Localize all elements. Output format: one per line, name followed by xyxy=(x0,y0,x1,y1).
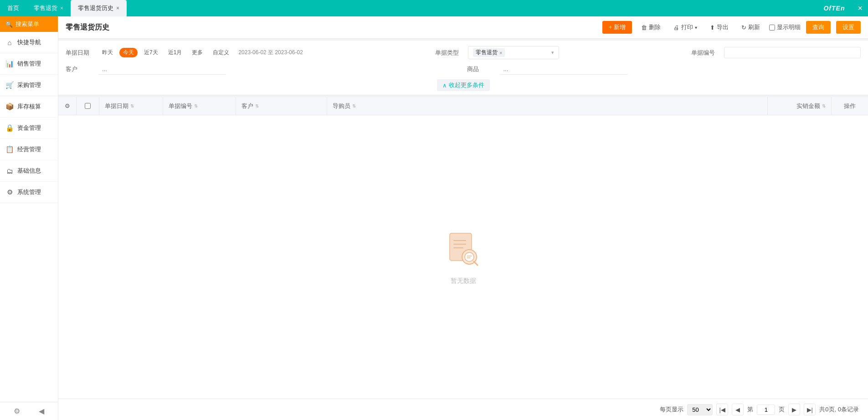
th-voucher[interactable]: 单据编号 ⇅ xyxy=(163,97,236,115)
page-title: 零售退货历史 xyxy=(66,23,109,32)
date-shortcuts: 昨天 今天 近7天 近1月 更多 自定义 2023-06-02 至 2023-0… xyxy=(98,48,303,57)
settings-config-label: 设置 xyxy=(842,23,854,31)
sidebar-item-inventory-label: 库存核算 xyxy=(17,102,41,111)
sidebar-item-basic-info[interactable]: 🗂 基础信息 xyxy=(0,160,58,182)
customer-input[interactable] xyxy=(98,64,226,75)
tab-retail-return-history[interactable]: 零售退货历史 × xyxy=(71,0,127,16)
export-button-label: 导出 xyxy=(717,23,729,31)
empty-text: 暂无数据 xyxy=(451,277,476,285)
th-date[interactable]: 单据日期 ⇅ xyxy=(99,97,163,115)
total-info: 共0页, 0条记录 xyxy=(819,405,859,414)
refresh-button[interactable]: ↻ 刷新 xyxy=(738,21,764,33)
settings-config-button[interactable]: 设置 xyxy=(836,21,861,34)
main-layout: 🔍 搜索菜单 ⌂ 快捷导航 📊 销售管理 🛒 采购管理 📦 库存核算 🔒 xyxy=(0,16,868,420)
first-page-button[interactable]: |◀ xyxy=(716,404,728,415)
voucher-type-tag-close[interactable]: × xyxy=(499,50,502,56)
th-customer-label: 客户 xyxy=(241,102,253,110)
voucher-type-tag-label: 零售退货 xyxy=(476,49,498,56)
select-all-checkbox[interactable] xyxy=(85,103,91,109)
th-date-label: 单据日期 xyxy=(105,102,128,110)
page-size-label: 每页显示 xyxy=(660,405,683,414)
delete-button-label: 删除 xyxy=(649,23,661,31)
sidebar-item-system[interactable]: ⚙ 系统管理 xyxy=(0,182,58,203)
date-btn-7days[interactable]: 近7天 xyxy=(140,48,162,57)
date-btn-custom[interactable]: 自定义 xyxy=(209,48,233,57)
th-customer[interactable]: 客户 ⇅ xyxy=(236,97,327,115)
date-btn-1month[interactable]: 近1月 xyxy=(164,48,186,57)
tab-retail-return-close[interactable]: × xyxy=(60,5,63,11)
svg-line-7 xyxy=(474,261,478,265)
sidebar-item-quick-nav[interactable]: ⌂ 快捷导航 xyxy=(0,32,58,53)
sidebar-item-finance[interactable]: 🔒 资金管理 xyxy=(0,118,58,139)
goods-label: 商品 xyxy=(467,65,493,73)
display-detail-input[interactable] xyxy=(769,25,775,31)
new-button[interactable]: + 新增 xyxy=(602,21,632,34)
sales-icon: 📊 xyxy=(5,60,14,68)
th-amount[interactable]: 实销金额 ⇅ xyxy=(768,97,832,115)
export-icon: ⬆ xyxy=(710,24,715,31)
voucher-type-select[interactable]: 零售退货 × ▾ xyxy=(468,46,559,59)
table-container: ⚙ 单据日期 ⇅ 单据编号 ⇅ 客户 ⇅ 导购员 xyxy=(58,97,868,420)
tab-retail-return-history-close[interactable]: × xyxy=(116,5,119,11)
tab-home[interactable]: 首页 xyxy=(0,0,26,16)
date-btn-today[interactable]: 今天 xyxy=(119,48,138,57)
sidebar-item-sales[interactable]: 📊 销售管理 xyxy=(0,53,58,75)
goods-input[interactable] xyxy=(500,64,627,75)
date-btn-yesterday[interactable]: 昨天 xyxy=(98,48,117,57)
date-range-display: 2023-06-02 至 2023-06-02 xyxy=(238,49,303,56)
delete-button[interactable]: 🗑 删除 xyxy=(637,21,664,33)
tab-retail-return-history-label: 零售退货历史 xyxy=(78,4,113,12)
sidebar-item-inventory[interactable]: 📦 库存核算 xyxy=(0,96,58,118)
th-voucher-sort-icon: ⇅ xyxy=(194,103,198,108)
sidebar-item-purchase-label: 采购管理 xyxy=(17,81,41,89)
finance-icon: 🔒 xyxy=(5,124,14,132)
top-bar-right: OfTEn xyxy=(823,5,852,12)
page-number-input[interactable] xyxy=(757,405,775,415)
th-ops: 操作 xyxy=(832,97,868,115)
filter-row-1: 单据日期 昨天 今天 近7天 近1月 更多 自定义 2023-06-02 至 2… xyxy=(66,46,861,59)
print-chevron-icon: ▾ xyxy=(695,25,697,30)
delete-icon: 🗑 xyxy=(641,24,647,31)
query-button[interactable]: 查询 xyxy=(806,21,831,34)
top-close-button[interactable]: × xyxy=(852,4,868,13)
tab-retail-return[interactable]: 零售退货 × xyxy=(26,0,71,16)
next-page-button[interactable]: ▶ xyxy=(788,404,800,415)
page-header: 零售退货历史 + 新增 🗑 删除 🖨 打印 ▾ ⬆ 导出 xyxy=(58,16,868,39)
prev-page-button[interactable]: ◀ xyxy=(732,404,744,415)
sidebar-item-basic-info-label: 基础信息 xyxy=(17,167,41,175)
header-actions: + 新增 🗑 删除 🖨 打印 ▾ ⬆ 导出 ↻ 刷新 xyxy=(602,21,861,34)
pagination-bar: 每页显示 50 20 100 |◀ ◀ 第 页 ▶ ▶| 共0页, 0条记录 xyxy=(58,399,868,420)
display-detail-checkbox[interactable]: 显示明细 xyxy=(769,23,801,31)
th-checkbox[interactable] xyxy=(77,97,99,115)
voucher-type-tag: 零售退货 × xyxy=(473,48,505,57)
page-size-select[interactable]: 50 20 100 xyxy=(687,404,713,415)
export-button[interactable]: ⬆ 导出 xyxy=(706,21,732,33)
date-btn-more[interactable]: 更多 xyxy=(188,48,206,57)
business-icon: 📋 xyxy=(5,145,14,154)
last-page-button[interactable]: ▶| xyxy=(804,404,816,415)
voucher-number-input[interactable] xyxy=(724,47,861,58)
sidebar-search-label: 搜索菜单 xyxy=(15,20,39,28)
filter-row-2: 客户 商品 xyxy=(66,64,861,75)
settings-button[interactable]: ⚙ xyxy=(14,407,20,415)
collapse-filter-button[interactable]: ∧ 收起更多条件 xyxy=(437,79,490,91)
sidebar-item-purchase[interactable]: 🛒 采购管理 xyxy=(0,75,58,96)
top-bar: 首页 零售退货 × 零售退货历史 × OfTEn × xyxy=(0,0,868,16)
th-guide-label: 导购员 xyxy=(333,102,350,110)
print-button-label: 打印 xyxy=(681,23,693,31)
collapse-sidebar-button[interactable]: ◀ xyxy=(39,407,44,415)
th-settings[interactable]: ⚙ xyxy=(58,97,77,115)
info-icon: 🗂 xyxy=(5,167,14,175)
top-brand-text: OfTEn xyxy=(823,5,845,12)
print-button[interactable]: 🖨 打印 ▾ xyxy=(670,21,701,33)
sidebar-item-business[interactable]: 📋 经营管理 xyxy=(0,139,58,160)
filter-area: 单据日期 昨天 今天 近7天 近1月 更多 自定义 2023-06-02 至 2… xyxy=(58,41,868,95)
query-button-label: 查询 xyxy=(812,23,824,31)
print-icon: 🖨 xyxy=(673,24,679,31)
sidebar-search[interactable]: 🔍 搜索菜单 xyxy=(0,16,58,32)
th-customer-sort-icon: ⇅ xyxy=(255,103,259,108)
th-guide[interactable]: 导购员 ⇅ xyxy=(327,97,768,115)
new-button-label: + 新增 xyxy=(609,23,626,31)
tab-bar: 首页 零售退货 × 零售退货历史 × xyxy=(0,0,823,16)
content-area: 零售退货历史 + 新增 🗑 删除 🖨 打印 ▾ ⬆ 导出 xyxy=(58,16,868,420)
